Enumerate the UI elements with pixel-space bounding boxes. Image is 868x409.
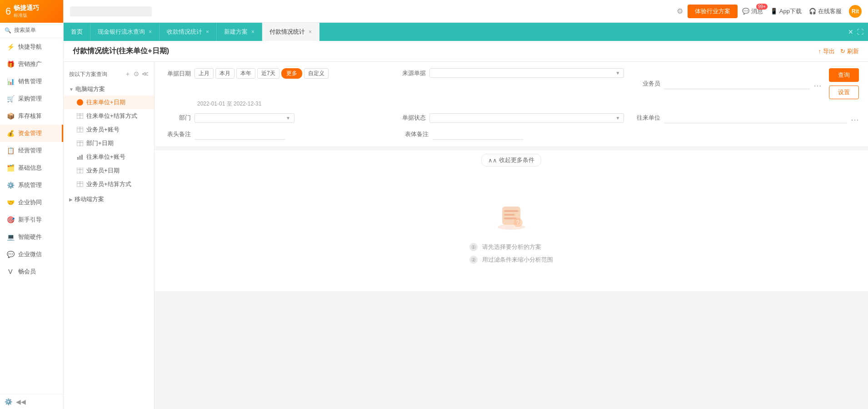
vip-icon: V	[6, 268, 15, 276]
topbar-app-btn[interactable]: 📱 App下载	[770, 7, 802, 15]
topbar-gear-btn[interactable]: ⚙	[677, 7, 683, 15]
scheme-item-staff-date[interactable]: 业务员+日期	[64, 164, 154, 177]
svg-text:?: ?	[516, 219, 519, 226]
table-body-note-input[interactable]	[432, 129, 523, 140]
dept-select[interactable]: ▼	[195, 113, 294, 123]
step-num-2: ②	[469, 256, 478, 264]
sidebar-item-purchase[interactable]: 🛒 采购管理	[0, 90, 63, 107]
scheme-active-icon	[76, 99, 84, 106]
sidebar-item-enterprise[interactable]: 🤝 企业协同	[0, 194, 63, 211]
refresh-btn[interactable]: ↻ 刷新	[840, 47, 859, 56]
topbar-service-btn[interactable]: 🎧 在线客服	[809, 7, 842, 15]
empty-step-2: ② 用过滤条件来缩小分析范围	[469, 256, 553, 264]
system-icon: ⚙️	[6, 181, 15, 189]
tab-payment-stats[interactable]: 付款情况统计 ×	[262, 23, 319, 41]
sidebar-item-wechat[interactable]: 💬 企业微信	[0, 246, 63, 263]
topbar: ⚙ 体验行业方案 💬 消息 99+ 📱 App下载 🎧 在线客服 Rit	[64, 0, 868, 23]
staff-more-btn[interactable]: …	[813, 79, 822, 89]
sidebar-item-system[interactable]: ⚙️ 系统管理	[0, 177, 63, 194]
trial-btn[interactable]: 体验行业方案	[688, 5, 738, 18]
tab-payment-stats-close[interactable]: ×	[309, 29, 312, 35]
dept-label: 部门	[164, 114, 191, 122]
date-btn-last-7-days[interactable]: 近7天	[257, 68, 279, 79]
setting-btn[interactable]: 设置	[829, 86, 859, 99]
scheme-group-desktop-header[interactable]: ▼ 电脑端方案	[64, 83, 154, 96]
svg-rect-20	[504, 210, 519, 212]
date-btn-custom[interactable]: 自定义	[304, 68, 329, 79]
sidebar-item-quick-nav[interactable]: ⚡ 快捷导航	[0, 38, 63, 56]
hardware-icon: 💻	[6, 233, 15, 241]
doc-status-select[interactable]: ▼	[429, 113, 624, 123]
sidebar: 6 畅捷通巧 标准版 🔍 搜索菜单 ⚡ 快捷导航 🎁 营销推广 📊 销售管理 🛒…	[0, 0, 64, 409]
sales-icon: 📊	[6, 77, 15, 86]
scheme-item-staff-settlement[interactable]: 业务员+结算方式	[64, 177, 154, 191]
sidebar-item-inventory[interactable]: 📦 库存核算	[0, 107, 63, 125]
scheme-table-icon-2	[76, 126, 84, 133]
collapse-panel-btn[interactable]: ≪	[142, 70, 149, 78]
topbar-right: 💬 消息 99+ 📱 App下载 🎧 在线客服 Rit	[742, 5, 862, 18]
filter-bar: 单据日期 上月 本月 本年 近7天 更多 自定义 来源单据	[155, 62, 868, 146]
staff-input[interactable]	[664, 78, 810, 89]
export-btn[interactable]: ↑ 导出	[818, 47, 835, 56]
sidebar-item-vip[interactable]: V 畅会员	[0, 263, 63, 280]
sidebar-search[interactable]: 🔍 搜索菜单	[0, 23, 63, 38]
query-btn[interactable]: 查询	[829, 68, 859, 82]
tab-bank-flow[interactable]: 现金银行流水查询 ×	[90, 23, 160, 41]
sidebar-item-sales[interactable]: 📊 销售管理	[0, 73, 63, 90]
add-scheme-btn[interactable]: ＋	[125, 70, 131, 78]
sidebar-item-guide[interactable]: 🎯 新手引导	[0, 211, 63, 228]
group-arrow-down: ▼	[69, 87, 74, 92]
finance-icon: 💰	[6, 129, 15, 137]
tab-new-scheme[interactable]: 新建方案 ×	[217, 23, 262, 41]
scheme-item-dept-date[interactable]: 部门+日期	[64, 136, 154, 150]
enterprise-icon: 🤝	[6, 198, 15, 207]
tab-new-scheme-close[interactable]: ×	[251, 29, 254, 35]
date-btn-this-year[interactable]: 本年	[236, 68, 255, 79]
scheme-table-icon-4	[76, 167, 84, 174]
empty-state: ? ① 请先选择要分析的方案 ② 用过滤条件来缩小分析范围	[155, 170, 868, 291]
tab-bank-flow-close[interactable]: ×	[149, 29, 152, 35]
inventory-icon: 📦	[6, 112, 15, 120]
wechat-icon: 💬	[6, 250, 15, 258]
collapse-more-btn[interactable]: ∧∧ 收起更多条件	[481, 154, 541, 167]
sidebar-item-marketing[interactable]: 🎁 营销推广	[0, 56, 63, 73]
date-btn-more[interactable]: 更多	[281, 68, 302, 79]
sidebar-bottom: ⚙️ ◀◀	[0, 394, 63, 409]
operations-icon: 📋	[6, 146, 15, 155]
date-btn-last-month[interactable]: 上月	[195, 68, 214, 79]
source-select-arrow: ▼	[615, 71, 620, 76]
user-avatar[interactable]: Rit	[849, 5, 862, 18]
step-num-1: ①	[469, 243, 478, 251]
sidebar-item-operations[interactable]: 📋 经营管理	[0, 142, 63, 159]
export-icon: ↑	[818, 48, 822, 55]
partner-input[interactable]	[664, 112, 847, 123]
tab-collection-stats[interactable]: 收款情况统计 ×	[160, 23, 217, 41]
collapse-sidebar-btn[interactable]: ◀◀	[16, 398, 26, 405]
tab-collection-stats-close[interactable]: ×	[206, 29, 209, 35]
source-select[interactable]: ▼	[429, 68, 624, 78]
scheme-settings-btn[interactable]: ⊙	[134, 70, 139, 78]
topbar-msg-btn[interactable]: 💬 消息 99+	[742, 7, 763, 15]
tab-home[interactable]: 首页	[64, 23, 90, 41]
left-panel-actions: ＋ ⊙ ≪	[125, 70, 149, 78]
scheme-bar-icon	[76, 153, 84, 161]
table-head-note-input[interactable]	[195, 129, 285, 140]
chevron-up-icon: ∧∧	[488, 157, 497, 164]
scheme-item-partner-date[interactable]: 往来单位+日期	[64, 96, 154, 109]
search-icon: 🔍	[5, 27, 11, 34]
tab-fullscreen-btn[interactable]: ⛶	[857, 28, 863, 35]
scheme-item-partner-settlement[interactable]: 往来单位+结算方式	[64, 109, 154, 123]
doc-status-select-arrow: ▼	[615, 116, 620, 121]
tab-close-all-btn[interactable]: ✕	[848, 28, 853, 35]
group-arrow-right: ▶	[69, 197, 73, 202]
settings-bottom-btn[interactable]: ⚙️	[5, 398, 12, 405]
sidebar-item-basics[interactable]: 🗂️ 基础信息	[0, 159, 63, 177]
scheme-item-partner-account[interactable]: 往来单位+账号	[64, 150, 154, 164]
partner-more-btn[interactable]: …	[851, 113, 859, 123]
scheme-item-staff-account[interactable]: 业务员+账号	[64, 123, 154, 136]
date-btn-this-month[interactable]: 本月	[215, 68, 234, 79]
scheme-group-mobile-header[interactable]: ▶ 移动端方案	[64, 193, 154, 206]
sidebar-item-finance[interactable]: 💰 资金管理	[0, 125, 63, 142]
sidebar-item-hardware[interactable]: 💻 智能硬件	[0, 228, 63, 246]
svg-rect-10	[80, 156, 81, 160]
